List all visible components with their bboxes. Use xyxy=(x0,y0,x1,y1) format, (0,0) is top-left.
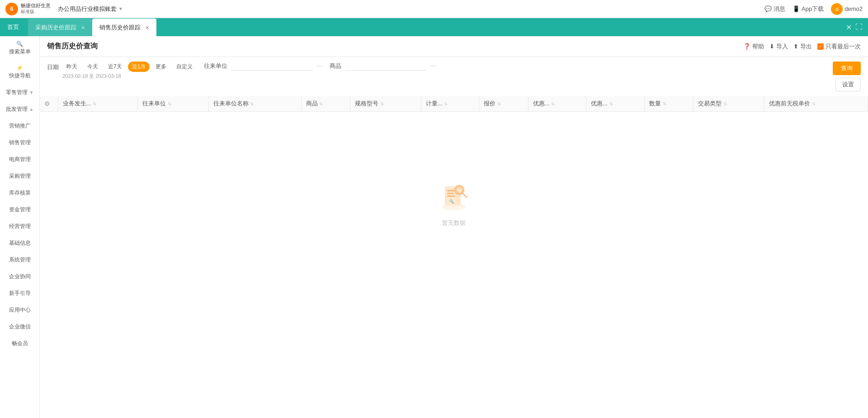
table-header-row: ⚙ 业务发生... ⇅ 往来单位 ⇅ 往来单位名称 ⇅ xyxy=(40,96,868,112)
col-unit[interactable]: 计量... ⇅ xyxy=(421,96,479,112)
date-btn-1month[interactable]: 近1月 xyxy=(128,62,150,72)
tab-home-label: 首页 xyxy=(7,23,19,31)
download-icon: 📱 xyxy=(793,5,800,12)
empty-icon: 🔍 xyxy=(436,177,472,214)
sidebar-item-purchase-mgmt[interactable]: 采购管理 xyxy=(0,168,39,185)
settings-gear-icon[interactable]: ⚙ xyxy=(44,100,50,107)
sort-discount-amt-icon: ⇅ xyxy=(609,101,613,106)
sidebar-item-inventory[interactable]: 库存核算 xyxy=(0,185,39,201)
sidebar-item-sales-mgmt[interactable]: 销售管理 xyxy=(0,134,39,151)
sidebar-label-marketing: 营销推广 xyxy=(9,122,31,130)
col-discount-rate[interactable]: 优惠... ⇅ xyxy=(528,96,586,112)
sidebar-item-member[interactable]: 畅会员 xyxy=(0,335,39,352)
sidebar-label-wholesale-mgmt: 批发管理 xyxy=(6,105,28,113)
help-icon: ❓ xyxy=(743,43,750,50)
sidebar-item-finance-mgmt[interactable]: 资金管理 xyxy=(0,201,39,218)
user-action[interactable]: d demo2 xyxy=(831,3,863,15)
setting-button[interactable]: 设置 xyxy=(835,78,861,91)
col-partner-code-label: 往来单位 xyxy=(142,100,166,107)
export-icon: ⬆ xyxy=(793,43,798,50)
col-goods[interactable]: 商品 ⇅ xyxy=(301,96,350,112)
page-title-row: 销售历史价查询 ❓ 帮助 ⬇ 导入 ⬆ 导出 ✓ xyxy=(47,42,861,51)
col-partner-code[interactable]: 往来单位 ⇅ xyxy=(138,96,209,112)
filter-buttons: 查询 设置 xyxy=(833,62,861,91)
sidebar-item-enterprise-wechat[interactable]: 企业微信 xyxy=(0,318,39,335)
date-btn-7days[interactable]: 近7天 xyxy=(104,62,126,72)
date-btn-more[interactable]: 更多 xyxy=(151,62,170,72)
sidebar: 🔍 搜索菜单 ⚡ 快捷导航 零售管理 ▼ 批发管理 ▲ 营销推广 销售管理 电商… xyxy=(0,36,40,418)
chevron-down-icon: ▼ xyxy=(29,90,34,95)
export-action[interactable]: ⬆ 导出 xyxy=(793,43,812,51)
goods-filter-dots[interactable]: ··· xyxy=(430,62,436,70)
tab-purchase-label: 采购历史价跟踪 xyxy=(35,24,76,32)
header-actions: ❓ 帮助 ⬇ 导入 ⬆ 导出 ✓ 只看最后一次 xyxy=(743,43,861,51)
col-pre-tax-price[interactable]: 优惠前无税单价 ⇅ xyxy=(764,96,868,112)
col-discount-amt[interactable]: 优惠... ⇅ xyxy=(586,96,645,112)
col-trade-type[interactable]: 交易类型 ⇅ xyxy=(693,96,764,112)
sidebar-item-basic-info[interactable]: 基础信息 xyxy=(0,235,39,252)
sidebar-label-basic-info: 基础信息 xyxy=(9,239,31,247)
page-header: 销售历史价查询 ❓ 帮助 ⬇ 导入 ⬆ 导出 ✓ xyxy=(40,36,868,57)
goods-filter-input[interactable] xyxy=(345,62,426,71)
close-purchase-tab-icon[interactable]: ✕ xyxy=(81,25,85,31)
empty-text: 暂无数据 xyxy=(442,219,466,227)
close-sales-tab-icon[interactable]: ✕ xyxy=(145,25,149,31)
col-quote[interactable]: 报价 ⇅ xyxy=(479,96,528,112)
sidebar-item-new-guide[interactable]: 新手引导 xyxy=(0,285,39,302)
sidebar-item-enterprise-collab[interactable]: 企业协同 xyxy=(0,268,39,285)
sidebar-item-system-mgmt[interactable]: 系统管理 xyxy=(0,252,39,268)
sort-discount-rate-icon: ⇅ xyxy=(551,101,555,106)
sidebar-label-inventory: 库存核算 xyxy=(9,189,31,197)
partner-filter-dots[interactable]: ··· xyxy=(316,62,322,70)
goods-filter-label: 商品 xyxy=(330,62,341,70)
only-last-checkbox-group[interactable]: ✓ 只看最后一次 xyxy=(817,43,861,51)
sidebar-label-enterprise-collab: 企业协同 xyxy=(9,273,31,280)
sort-pre-tax-price-icon: ⇅ xyxy=(812,101,816,106)
app-title: 办公用品行业模拟账套 xyxy=(58,5,117,13)
chevron-up-icon: ▲ xyxy=(29,107,34,112)
col-trade-type-label: 交易类型 xyxy=(698,100,722,107)
date-btn-today[interactable]: 今天 xyxy=(83,62,102,72)
only-last-checkbox[interactable]: ✓ xyxy=(817,43,824,50)
app-download-action[interactable]: 📱 App下载 xyxy=(793,5,824,13)
tab-sales-history[interactable]: 销售历史价跟踪 ✕ xyxy=(92,19,156,37)
goods-filter-group: 商品 ··· xyxy=(330,62,436,71)
col-spec[interactable]: 规格型号 ⇅ xyxy=(350,96,421,112)
sidebar-item-retail-mgmt[interactable]: 零售管理 ▼ xyxy=(0,84,39,101)
partner-filter-input[interactable] xyxy=(231,62,312,71)
close-window-icon[interactable]: ✕ xyxy=(846,23,852,32)
date-filter-label: 日期 xyxy=(47,62,59,71)
sidebar-label-search-menu: 搜索菜单 xyxy=(9,48,31,56)
tab-purchase-history[interactable]: 采购历史价跟踪 ✕ xyxy=(28,19,92,37)
date-btn-custom[interactable]: 自定义 xyxy=(172,62,197,72)
sidebar-item-marketing[interactable]: 营销推广 xyxy=(0,118,39,134)
import-action[interactable]: ⬇ 导入 xyxy=(769,43,788,51)
sort-quote-icon: ⇅ xyxy=(497,101,501,106)
sort-partner-code-icon: ⇅ xyxy=(168,101,171,106)
date-btn-yesterday[interactable]: 昨天 xyxy=(62,62,81,72)
app-selector[interactable]: 办公用品行业模拟账套 ▼ xyxy=(54,5,127,13)
col-discount-amt-label: 优惠... xyxy=(591,100,608,107)
col-biz-date[interactable]: 业务发生... ⇅ xyxy=(58,96,138,112)
sidebar-item-ops-mgmt[interactable]: 经营管理 xyxy=(0,218,39,235)
import-icon: ⬇ xyxy=(769,43,774,50)
partner-filter-label: 往来单位 xyxy=(204,62,227,70)
maximize-icon[interactable]: ⛶ xyxy=(855,23,863,31)
col-partner-name[interactable]: 往来单位名称 ⇅ xyxy=(208,96,301,112)
chevron-down-icon: ▼ xyxy=(118,6,123,11)
help-label: 帮助 xyxy=(752,43,764,51)
query-button[interactable]: 查询 xyxy=(833,62,861,75)
svg-line-6 xyxy=(462,193,467,197)
sidebar-item-quick-nav[interactable]: ⚡ 快捷导航 xyxy=(0,60,39,84)
tab-home[interactable]: 首页 xyxy=(0,18,26,36)
sidebar-item-wholesale-mgmt[interactable]: 批发管理 ▲ xyxy=(0,101,39,118)
help-action[interactable]: ❓ 帮助 xyxy=(743,43,764,51)
col-quantity[interactable]: 数量 ⇅ xyxy=(644,96,693,112)
sidebar-item-ecommerce-mgmt[interactable]: 电商管理 xyxy=(0,151,39,168)
message-icon: 💬 xyxy=(764,5,772,12)
sidebar-label-finance-mgmt: 资金管理 xyxy=(9,206,31,214)
message-action[interactable]: 💬 消息 xyxy=(764,5,785,13)
sidebar-item-app-center[interactable]: 应用中心 xyxy=(0,302,39,318)
sidebar-item-search-menu[interactable]: 🔍 搜索菜单 xyxy=(0,36,39,60)
svg-rect-4 xyxy=(447,195,455,197)
